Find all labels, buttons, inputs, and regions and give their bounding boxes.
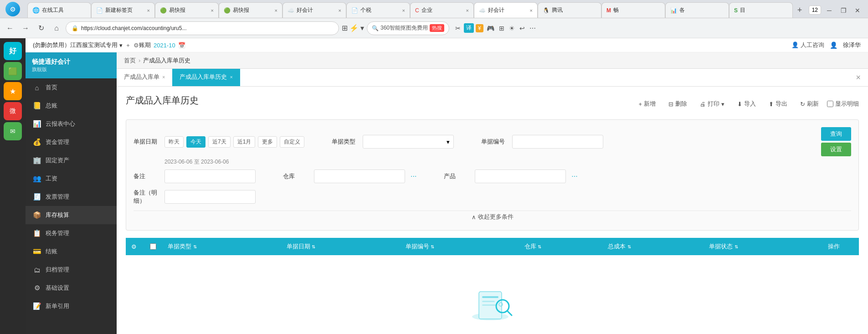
refresh-button[interactable]: ↻ [35, 22, 47, 35]
sidebar-item-settings[interactable]: ⚙ 基础设置 [26, 279, 117, 297]
print-button[interactable]: 🖨 打印 ▾ [695, 98, 729, 110]
sidebar-item-newdoc[interactable]: 📝 新单引用 [26, 297, 117, 315]
warehouse-input[interactable] [314, 170, 405, 183]
sidebar-item-inventory[interactable]: 📦 库存核算 [26, 206, 117, 224]
select-all-checkbox[interactable] [150, 243, 156, 250]
grid-icon[interactable]: ⊞ [342, 24, 348, 32]
account-select[interactable]: (勿删勿禁用）江西服宝测试专用 ▾ [33, 41, 123, 49]
home-button[interactable]: ⌂ [50, 22, 63, 35]
chevron-down-icon[interactable]: ▾ [360, 24, 364, 32]
doc-type-select[interactable]: ▾ [363, 135, 454, 149]
tab-close-btn[interactable]: × [530, 8, 533, 13]
tab-t9[interactable]: 🐧 腾讯 [538, 2, 601, 18]
note-input[interactable] [164, 170, 256, 183]
product-more-icon[interactable]: ··· [571, 172, 577, 180]
col-doc-type[interactable]: 单据类型 ⇅ [162, 238, 281, 255]
sidebar-item-invoice[interactable]: 🧾 发票管理 [26, 188, 117, 206]
translate-icon[interactable]: 译 [464, 23, 474, 33]
content-tab-close-icon[interactable]: × [230, 74, 232, 80]
date-btn-1month[interactable]: 近1月 [233, 136, 256, 148]
date-btn-more[interactable]: 更多 [258, 136, 277, 148]
forward-button[interactable]: → [19, 22, 32, 35]
tab-t7[interactable]: C 企业 × [410, 2, 474, 18]
sun-icon[interactable]: ☀ [508, 23, 516, 33]
consult-btn[interactable]: 👤 人工咨询 [791, 41, 824, 49]
undo-icon[interactable]: ↩ [518, 23, 526, 33]
sidebar-item-report[interactable]: 📊 云报表中心 [26, 115, 117, 133]
app-icon-weibo[interactable]: 微 [4, 102, 22, 120]
new-tab-button[interactable]: + [793, 2, 806, 18]
address-input[interactable]: 🔒 https://cloud.chanjet.com/accounting/u… [66, 21, 339, 35]
date-btn-yesterday[interactable]: 昨天 [164, 136, 184, 148]
scissors-icon[interactable]: ✂ [454, 23, 462, 33]
add-button[interactable]: + 新增 [634, 98, 660, 110]
tab-close-btn[interactable]: × [466, 8, 469, 13]
sidebar-item-tax[interactable]: 📋 税务管理 [26, 224, 117, 242]
tab-t11[interactable]: 📊 各 [665, 2, 729, 18]
breadcrumb-home[interactable]: 首页 [124, 57, 136, 65]
sidebar-item-home[interactable]: ⌂ 首页 [26, 78, 117, 97]
back-button[interactable]: ← [4, 22, 16, 35]
col-warehouse[interactable]: 仓库 ⇅ [519, 238, 602, 255]
grid2-icon[interactable]: ⊞ [498, 23, 506, 33]
tab-t5[interactable]: ☁️ 好会计 × [282, 2, 346, 18]
yuan-icon[interactable]: ¥ [476, 24, 483, 32]
sidebar-item-checkout[interactable]: 💳 结账 [26, 242, 117, 261]
col-settings[interactable]: ⚙ [126, 238, 144, 255]
close-window-icon[interactable]: ✕ [852, 5, 863, 16]
doc-no-input[interactable] [512, 135, 603, 149]
content-tab-2[interactable]: 产成品入库单历史 × [172, 69, 240, 86]
table-settings-icon[interactable]: ⚙ [131, 243, 137, 250]
tab-t12[interactable]: S 目 [729, 2, 793, 18]
minimize-icon[interactable]: ─ [823, 5, 835, 16]
gamepad-icon[interactable]: 🎮 [485, 23, 496, 33]
export-button[interactable]: ⬆ 导出 [764, 98, 792, 110]
calendar-icon[interactable]: 📅 [178, 42, 185, 49]
settings-query-button[interactable]: 设置 [821, 143, 851, 156]
show-columns-input[interactable] [827, 101, 833, 107]
sidebar-item-payroll[interactable]: 👥 工资 [26, 170, 117, 188]
search-box[interactable]: 🔍 360智能抠图免费用 热搜 [367, 21, 449, 35]
date-btn-custom[interactable]: 自定义 [280, 136, 304, 148]
date-btn-today[interactable]: 今天 [186, 136, 205, 148]
app-icon-star[interactable]: ★ [4, 82, 22, 100]
tab-t2[interactable]: 📄 新建标签页 × [91, 2, 155, 18]
col-checkbox[interactable] [144, 238, 162, 255]
tab-t1[interactable]: 🌐 在线工具 [27, 2, 91, 18]
more-icon[interactable]: ⋯ [528, 23, 537, 33]
delete-button[interactable]: ⊟ 删除 [664, 98, 692, 110]
sidebar-item-ledger[interactable]: 📒 总账 [26, 97, 117, 115]
tab-t8[interactable]: ☁️ 好会计 × [474, 2, 538, 18]
panel-close-btn[interactable]: × [856, 73, 861, 82]
content-tab-close-icon[interactable]: × [162, 74, 165, 80]
tab-close-btn[interactable]: × [211, 8, 214, 13]
tab-t4[interactable]: 🟢 易快报 × [219, 2, 282, 18]
sidebar-item-assets[interactable]: 🏢 固定资产 [26, 151, 117, 170]
restore-icon[interactable]: ❐ [837, 5, 849, 16]
col-doc-status[interactable]: 单据状态 ⇅ [704, 238, 822, 255]
warehouse-more-icon[interactable]: ··· [411, 172, 416, 180]
add-account-btn[interactable]: + [126, 42, 130, 49]
tab-close-btn[interactable]: × [339, 8, 341, 13]
query-button[interactable]: 查询 [821, 127, 851, 141]
col-doc-date[interactable]: 单据日期 ⇅ [281, 238, 400, 255]
refresh-button[interactable]: ↻ 刷新 [796, 98, 823, 110]
content-tab-1[interactable]: 产成品入库单 × [117, 69, 172, 86]
app-icon-main[interactable]: 好 [4, 42, 22, 60]
tab-t6[interactable]: 📄 个税 × [346, 2, 410, 18]
note-detail-input[interactable] [164, 190, 256, 204]
date-btn-7days[interactable]: 近7天 [208, 136, 231, 148]
sidebar-item-cashflow[interactable]: 💰 资金管理 [26, 133, 117, 151]
tab-t3[interactable]: 🟢 易快报 × [155, 2, 219, 18]
collapse-filter-button[interactable]: ∧ 收起更多条件 [134, 211, 851, 223]
product-input[interactable] [475, 170, 566, 183]
account-settings-icon[interactable]: ⚙ [134, 42, 139, 49]
tab-close-btn[interactable]: × [147, 8, 150, 13]
tab-close-btn[interactable]: × [402, 8, 405, 13]
sidebar-item-archive[interactable]: 🗂 归档管理 [26, 261, 117, 279]
import-button[interactable]: ⬇ 导入 [733, 98, 760, 110]
user-avatar[interactable]: 👤 [830, 41, 837, 49]
col-total-cost[interactable]: 总成本 ⇅ [602, 238, 704, 255]
show-columns-checkbox[interactable]: 显示明细 [827, 100, 859, 108]
app-icon-email[interactable]: ✉ [4, 122, 22, 140]
